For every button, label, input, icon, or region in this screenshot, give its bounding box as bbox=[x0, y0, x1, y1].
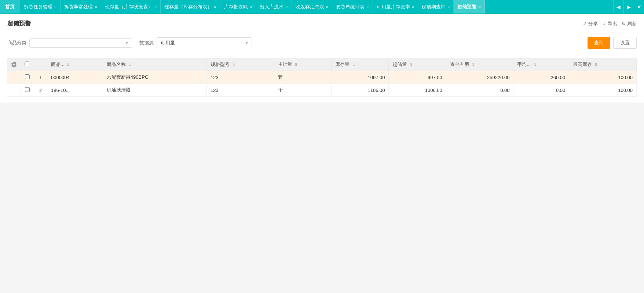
settings-button[interactable]: 设置 bbox=[613, 37, 637, 49]
row-max-stock: 100.00 bbox=[569, 71, 637, 84]
nav-next-button[interactable]: ▶ bbox=[623, 0, 634, 14]
data-table: 商品... ⇅ 商品名称 ⇅ 规格型号 ⇅ 主计量 ⇅ 库存量 ⇅ bbox=[7, 58, 637, 97]
row-product-name: 机油滤清器 bbox=[103, 84, 206, 97]
refresh-button[interactable]: ↻ 刷新 bbox=[622, 21, 637, 27]
close-tab-chaihuo[interactable]: × bbox=[54, 5, 56, 9]
sort-icon-product-name: ⇅ bbox=[128, 63, 131, 67]
action-buttons: 查询 设置 bbox=[588, 37, 637, 49]
sort-icon-unit: ⇅ bbox=[294, 63, 297, 67]
row-capital: 259220.00 bbox=[446, 71, 513, 84]
close-tab-order-stats[interactable]: × bbox=[366, 5, 369, 9]
share-button[interactable]: ↗ 分享 bbox=[583, 21, 598, 27]
row-checkbox-cell[interactable] bbox=[21, 84, 34, 97]
sort-icon-product-code: ⇅ bbox=[67, 63, 70, 67]
row-checkbox[interactable] bbox=[25, 74, 30, 79]
close-tab-inventory-dist[interactable]: × bbox=[214, 5, 216, 9]
category-label: 商品分类 bbox=[7, 40, 26, 46]
table-row: 2 186-10... 机油滤清器 123 个 1106.00 1006.00 … bbox=[7, 84, 637, 97]
filter-row: 商品分类 ▾ 数据源 可用量 ▾ 查询 设置 bbox=[7, 33, 637, 52]
select-all-checkbox[interactable] bbox=[25, 62, 29, 66]
row-capital: 0.00 bbox=[446, 84, 513, 97]
close-tab-available-ledger[interactable]: × bbox=[412, 5, 414, 9]
table-body: 1 0000004 六配套新昌490BPG 123 套 1097.00 997.… bbox=[7, 71, 637, 97]
col-capital-header[interactable]: 资金占用 ⇅ bbox=[446, 58, 513, 71]
category-select-arrow: ▾ bbox=[126, 41, 128, 45]
col-index-header bbox=[34, 58, 47, 71]
page-title: 超储预警 bbox=[7, 20, 31, 27]
datasource-select-arrow: ▾ bbox=[246, 41, 248, 45]
header-actions: ↗ 分享 ⤓ 导出 ↻ 刷新 bbox=[583, 21, 637, 27]
sort-icon-stock: ⇅ bbox=[352, 63, 355, 67]
row-index: 2 bbox=[34, 84, 47, 97]
col-avg-header[interactable]: 平均... ⇅ bbox=[513, 58, 569, 71]
nav-prev-button[interactable]: ◀ bbox=[613, 0, 623, 14]
col-spec-header[interactable]: 规格型号 ⇅ bbox=[207, 58, 274, 71]
row-product-code: 186-10... bbox=[47, 84, 103, 97]
close-tab-inventory-batch[interactable]: × bbox=[250, 5, 252, 9]
page-header: 超储预警 ↗ 分享 ⤓ 导出 ↻ 刷新 bbox=[7, 20, 637, 27]
main-content: 超储预警 ↗ 分享 ⤓ 导出 ↻ 刷新 商品分类 ▾ 数据源 bbox=[0, 14, 644, 103]
close-tab-inventory-status[interactable]: × bbox=[154, 5, 157, 9]
row-checkbox[interactable] bbox=[25, 87, 30, 92]
table-header-row: 商品... ⇅ 商品名称 ⇅ 规格型号 ⇅ 主计量 ⇅ 库存量 ⇅ bbox=[7, 58, 637, 71]
row-settings-cell bbox=[7, 71, 21, 84]
datasource-label: 数据源 bbox=[139, 40, 154, 46]
tab-overstock[interactable]: 超储预警 × bbox=[454, 0, 484, 14]
datasource-filter: 数据源 可用量 ▾ bbox=[139, 37, 252, 48]
top-navigation: 首页 拆货任务管理 × 拆货异常处理 × 现存量（库存状况表） × 现存量（库存… bbox=[0, 0, 644, 14]
col-product-name-header[interactable]: 商品名称 ⇅ bbox=[103, 58, 206, 71]
row-index: 1 bbox=[34, 71, 47, 84]
tab-inout-flow[interactable]: 出入库流水 × bbox=[256, 0, 292, 14]
query-button[interactable]: 查询 bbox=[588, 37, 610, 49]
row-overstock: 997.00 bbox=[389, 71, 446, 84]
export-button[interactable]: ⤓ 导出 bbox=[602, 21, 617, 27]
close-tab-receive-summary[interactable]: × bbox=[326, 5, 328, 9]
close-tab-quality-check[interactable]: × bbox=[447, 5, 450, 9]
datasource-select-value: 可用量 bbox=[161, 40, 175, 46]
gear-icon bbox=[11, 62, 17, 67]
tab-inventory-dist[interactable]: 现存量（库存分布表） × bbox=[161, 0, 220, 14]
row-product-code: 0000004 bbox=[47, 71, 103, 84]
row-spec: 123 bbox=[207, 84, 274, 97]
col-max-stock-header[interactable]: 最高库存 ⇅ bbox=[569, 58, 637, 71]
row-settings-cell bbox=[7, 84, 21, 97]
row-checkbox-cell[interactable] bbox=[21, 71, 34, 84]
row-unit: 个 bbox=[274, 84, 331, 97]
col-overstock-header[interactable]: 超储量 ⇅ bbox=[389, 58, 446, 71]
datasource-select[interactable]: 可用量 ▾ bbox=[157, 37, 252, 48]
row-overstock: 1006.00 bbox=[389, 84, 446, 97]
close-tab-chaihuo-abnormal[interactable]: × bbox=[95, 5, 97, 9]
tab-chaihuo-abnormal[interactable]: 拆货异常处理 × bbox=[61, 0, 101, 14]
close-tab-overstock[interactable]: × bbox=[478, 5, 480, 9]
sort-icon-spec: ⇅ bbox=[232, 63, 235, 67]
category-select[interactable]: ▾ bbox=[29, 38, 132, 48]
nav-home[interactable]: 首页 bbox=[0, 0, 20, 14]
refresh-icon: ↻ bbox=[622, 21, 626, 26]
col-product-code-header[interactable]: 商品... ⇅ bbox=[47, 58, 103, 71]
sort-icon-capital: ⇅ bbox=[471, 63, 474, 67]
tab-inventory-status[interactable]: 现存量（库存状况表） × bbox=[101, 0, 161, 14]
tab-chaihuo[interactable]: 拆货任务管理 × bbox=[20, 0, 61, 14]
row-spec: 123 bbox=[207, 71, 274, 84]
sort-icon-overstock: ⇅ bbox=[409, 63, 412, 67]
tab-receive-summary[interactable]: 收发存汇总表 × bbox=[292, 0, 332, 14]
row-avg: 260.00 bbox=[513, 71, 569, 84]
row-max-stock: 100.00 bbox=[569, 84, 637, 97]
tab-quality-check[interactable]: 保质期查询 × bbox=[418, 0, 454, 14]
share-icon: ↗ bbox=[583, 21, 587, 26]
col-settings-header[interactable] bbox=[7, 58, 21, 71]
tab-inventory-batch[interactable]: 库存批次账 × bbox=[220, 0, 256, 14]
col-unit-header[interactable]: 主计量 ⇅ bbox=[274, 58, 331, 71]
tab-available-ledger[interactable]: 可用量库存账本 × bbox=[373, 0, 418, 14]
row-unit: 套 bbox=[274, 71, 331, 84]
row-stock: 1097.00 bbox=[332, 71, 389, 84]
col-checkbox-header[interactable] bbox=[21, 58, 34, 71]
close-tab-inout-flow[interactable]: × bbox=[285, 5, 288, 9]
tab-order-stats[interactable]: 要货单统计表 × bbox=[332, 0, 373, 14]
sort-icon-avg: ⇅ bbox=[533, 63, 536, 67]
nav-expand-button[interactable]: ✕ bbox=[634, 0, 644, 14]
nav-arrow-group: ◀ ▶ ✕ bbox=[613, 0, 644, 14]
col-stock-header[interactable]: 库存量 ⇅ bbox=[332, 58, 389, 71]
row-product-name: 六配套新昌490BPG bbox=[103, 71, 206, 84]
table-row: 1 0000004 六配套新昌490BPG 123 套 1097.00 997.… bbox=[7, 71, 637, 84]
